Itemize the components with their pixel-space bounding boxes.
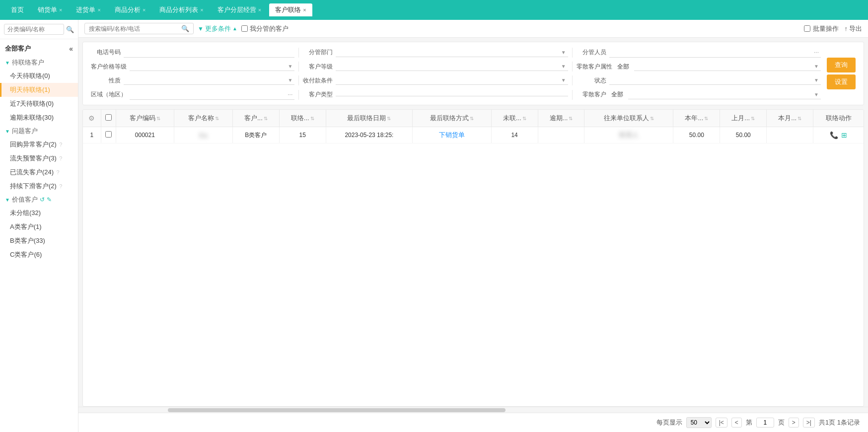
edit-icon[interactable]: ✎: [47, 196, 52, 203]
retail-attr-label: 零散客户属性: [577, 63, 612, 71]
close-icon[interactable]: ×: [97, 7, 100, 13]
customer-level-select[interactable]: ▼: [336, 62, 568, 71]
sidebar-item-repurchase-abnormal[interactable]: 回购异常客户(2) ?: [0, 138, 78, 151]
sidebar-item-ungrouped[interactable]: 未分组(32): [0, 206, 78, 220]
sidebar-item-declining[interactable]: 持续下滑客户(2) ?: [0, 179, 78, 193]
help-icon[interactable]: ?: [59, 155, 62, 161]
export-button[interactable]: ↑ 导出: [845, 24, 863, 33]
sort-icon[interactable]: ⇅: [704, 116, 708, 121]
sidebar-item-7day-pending[interactable]: 近7天待联络(0): [0, 97, 78, 111]
chevron-down-icon: ▼: [288, 77, 292, 83]
select-all-checkbox[interactable]: [105, 114, 112, 121]
chevron-down-icon: ▼: [288, 64, 292, 69]
batch-check[interactable]: [804, 25, 810, 32]
sort-icon[interactable]: ⇅: [264, 116, 268, 121]
close-icon[interactable]: ×: [303, 7, 306, 13]
sidebar-item-today-pending[interactable]: 今天待联络(0): [0, 69, 78, 83]
nav-tab-purchase[interactable]: 进货单 ×: [70, 3, 106, 16]
batch-operation-button[interactable]: 批量操作: [804, 24, 839, 33]
close-icon[interactable]: ×: [258, 7, 261, 13]
nav-tab-product-analysis[interactable]: 商品分析 ×: [109, 3, 151, 16]
sidebar-item-overdue-pending[interactable]: 逾期未联络(30): [0, 111, 78, 125]
toolbar-right: 批量操作 ↑ 导出: [804, 24, 863, 33]
ellipsis-icon[interactable]: ···: [814, 49, 819, 56]
grid-action-icon[interactable]: ⊞: [841, 131, 847, 139]
close-icon[interactable]: ×: [200, 7, 203, 13]
cell-unit-contact: 联系人: [584, 127, 673, 144]
sidebar-search-input[interactable]: [4, 24, 64, 35]
next-page-button[interactable]: >: [789, 418, 799, 428]
customer-type-select[interactable]: [336, 93, 568, 96]
payment-select[interactable]: ▼: [336, 76, 568, 85]
refresh-icon[interactable]: ↺: [40, 196, 45, 203]
sidebar-section-value[interactable]: 价值客户 ↺ ✎: [0, 193, 78, 206]
price-level-select[interactable]: ▼: [130, 62, 294, 71]
nav-tab-sales[interactable]: 销货单 ×: [32, 3, 68, 16]
sidebar-item-a-class[interactable]: A类客户(1): [0, 220, 78, 234]
status-select[interactable]: ▼: [609, 76, 821, 85]
scrollbar-thumb[interactable]: [168, 408, 506, 412]
th-overdue: 逾期... ⇅: [538, 110, 584, 127]
dept-select[interactable]: ▼: [336, 48, 568, 57]
more-conditions-button[interactable]: ▼ 更多条件 ▲: [198, 24, 237, 33]
chevron-down-icon: ▼: [814, 64, 819, 69]
search-icon[interactable]: 🔍: [181, 25, 189, 32]
filter-row-2: 客户价格等级 ▼ 客户等级 ▼: [91, 62, 821, 72]
last-page-button[interactable]: >|: [803, 418, 815, 428]
column-settings-icon[interactable]: ⚙: [88, 114, 95, 122]
retail-customer-select[interactable]: ▼: [628, 90, 821, 99]
sidebar-all-customers[interactable]: 全部客户 «: [0, 41, 78, 56]
phone-action-icon[interactable]: 📞: [830, 131, 838, 139]
sidebar-item-churn-warning[interactable]: 流失预警客户(3) ?: [0, 151, 78, 165]
sidebar-item-churned[interactable]: 已流失客户(24) ?: [0, 165, 78, 179]
row-checkbox[interactable]: [105, 131, 112, 138]
sidebar-section-pending[interactable]: 待联络客户: [0, 56, 78, 69]
sort-icon[interactable]: ⇅: [387, 116, 391, 121]
sort-icon[interactable]: ⇅: [751, 116, 755, 121]
close-icon[interactable]: ×: [59, 7, 62, 13]
retail-customer-value: 全部: [611, 90, 623, 99]
horizontal-scrollbar[interactable]: [78, 407, 868, 413]
sort-icon[interactable]: ⇅: [522, 116, 526, 121]
sort-icon[interactable]: ⇅: [310, 116, 314, 121]
sidebar-section-problem[interactable]: 问题客户: [0, 125, 78, 138]
my-customers-check[interactable]: [241, 25, 248, 32]
gender-select[interactable]: ▼: [124, 76, 294, 85]
nav-home[interactable]: 首页: [5, 3, 30, 16]
nav-tab-customer-contact[interactable]: 客户联络 ×: [269, 3, 312, 16]
help-icon[interactable]: ?: [59, 142, 62, 147]
th-name: 客户名称 ⇅: [174, 110, 233, 127]
manager-select[interactable]: ···: [609, 47, 821, 58]
sort-icon[interactable]: ⇅: [215, 116, 219, 121]
sort-icon[interactable]: ⇅: [650, 116, 654, 121]
close-icon[interactable]: ×: [143, 7, 145, 13]
region-select[interactable]: ···: [130, 89, 294, 100]
retail-attr-select[interactable]: ▼: [634, 62, 821, 71]
phone-input[interactable]: [124, 47, 294, 58]
sort-icon[interactable]: ⇅: [569, 116, 573, 121]
help-icon[interactable]: ?: [59, 183, 62, 189]
sidebar-item-tomorrow-pending[interactable]: 明天待联络(1): [0, 83, 78, 97]
sort-icon[interactable]: ⇅: [156, 116, 160, 121]
filter-panel: 电话号码 分管部门 ▼ 分管人员: [82, 42, 864, 105]
help-icon[interactable]: ?: [56, 169, 59, 175]
settings-button[interactable]: 设置: [827, 74, 856, 89]
nav-tab-product-analysis-list[interactable]: 商品分析列表 ×: [153, 3, 209, 16]
search-input[interactable]: [89, 25, 179, 32]
per-page-select[interactable]: 50 100 200: [686, 417, 712, 428]
collapse-icon[interactable]: «: [69, 45, 73, 53]
sidebar-item-b-class[interactable]: B类客户(33): [0, 234, 78, 248]
prev-page-button[interactable]: <: [731, 418, 742, 428]
query-button[interactable]: 查询: [827, 58, 856, 72]
sort-icon[interactable]: ⇅: [797, 116, 801, 121]
sidebar-item-c-class[interactable]: C类客户(6): [0, 248, 78, 262]
page-input[interactable]: [756, 418, 774, 428]
sort-icon[interactable]: ⇅: [470, 116, 474, 121]
nav-tab-customer-tier[interactable]: 客户分层经营 ×: [212, 3, 267, 16]
first-page-button[interactable]: |<: [716, 418, 727, 428]
ellipsis-icon[interactable]: ···: [288, 91, 292, 98]
my-customers-checkbox[interactable]: 我分管的客户: [241, 24, 289, 33]
last-contact-method-link[interactable]: 下销货单: [439, 131, 465, 139]
th-uncontacted: 未联... ⇅: [491, 110, 538, 127]
sidebar-search-icon[interactable]: 🔍: [66, 26, 74, 33]
